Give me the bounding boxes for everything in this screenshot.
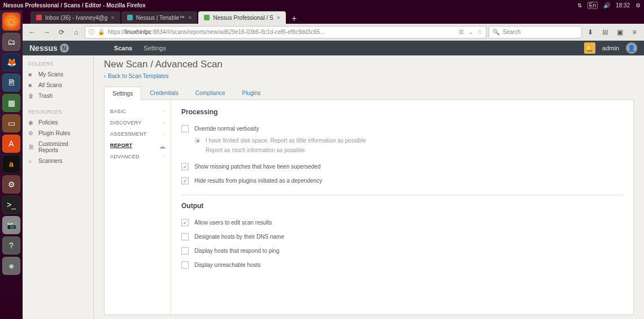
browser-tab[interactable]: Inbox (36) - Ivanney4@g × (31, 11, 120, 24)
browser-tab[interactable]: Nessus | Tenable™ × (121, 11, 198, 24)
checkbox[interactable] (181, 163, 189, 170)
snav-label: BASIC (110, 109, 127, 114)
home-button[interactable]: ⌂ (70, 26, 82, 38)
help-icon[interactable]: ? (2, 236, 20, 255)
checkbox[interactable] (181, 219, 189, 226)
volume-icon[interactable]: 🔊 (603, 2, 610, 8)
firefox-icon[interactable]: 🦊 (2, 53, 20, 71)
scan-config-tabs: Settings Credentials Compliance Plugins (104, 86, 634, 100)
app-icon[interactable]: ⎈ (2, 257, 20, 275)
nav-scans[interactable]: Scans (114, 45, 132, 51)
chevron-right-icon: › (163, 131, 165, 137)
option-display-ping[interactable]: Display hosts that respond to ping (181, 244, 623, 258)
sidebar-item-label: Customized Reports (38, 141, 88, 153)
settings-nav-assessment[interactable]: ASSESSMENT› (105, 128, 171, 140)
sidebar-item-customized-reports[interactable]: 🖹Customized Reports (23, 139, 93, 156)
checkbox[interactable] (181, 247, 189, 255)
settings-nav-basic[interactable]: BASIC› (105, 106, 171, 117)
impress-icon[interactable]: ▭ (2, 114, 20, 132)
browser-tab-active[interactable]: Nessus Professional / S × (198, 11, 286, 24)
sidebar-item-plugin-rules[interactable]: ⚙Plugin Rules (23, 128, 93, 139)
settings-nav-discovery[interactable]: DISCOVERY› (105, 117, 171, 128)
settings-nav-advanced[interactable]: ADVANCED› (105, 151, 171, 162)
checkbox[interactable] (181, 177, 189, 184)
settings-panel: BASIC› DISCOVERY› ASSESSMENT› REPORT⌄ AD… (104, 100, 634, 315)
back-button[interactable]: ← (26, 26, 38, 38)
option-hide-dependency[interactable]: Hide results from plugins initiated as a… (181, 174, 623, 188)
downloads-button[interactable]: ⬇ (584, 26, 597, 38)
snav-label: DISCOVERY (110, 120, 142, 126)
reader-icon[interactable]: ☰ (459, 29, 464, 35)
sidebar-item-label: My Scans (38, 71, 63, 77)
top-nav: Scans Settings (114, 45, 166, 51)
option-allow-edit[interactable]: Allow users to edit scan results (181, 215, 623, 230)
page-title: New Scan / Advanced Scan (104, 59, 634, 70)
option-show-superseded[interactable]: Show missing patches that have been supe… (181, 160, 623, 174)
reload-button[interactable]: ⟳ (55, 26, 68, 38)
tab-settings[interactable]: Settings (104, 87, 141, 100)
policy-icon: ◉ (28, 119, 34, 126)
folder-icon: ■ (28, 71, 34, 77)
checkbox[interactable] (181, 233, 189, 240)
radio-icon[interactable] (195, 138, 200, 143)
screenshot-icon[interactable]: 📷 (2, 216, 20, 234)
sidebar-item-label: Trash (38, 93, 53, 99)
favicon-nessus-icon (204, 15, 210, 20)
option-display-unreachable[interactable]: Display unreachable hosts (181, 258, 623, 272)
search-bar[interactable]: 🔍 Search (489, 26, 582, 38)
sidebar-item-trash[interactable]: 🗑Trash (23, 90, 93, 101)
keyboard-lang-indicator[interactable]: En (588, 2, 598, 9)
sidebar-item-all-scans[interactable]: ■All Scans (23, 80, 93, 90)
software-center-icon[interactable]: A (2, 135, 20, 153)
bookmark-star-icon[interactable]: ☆ (477, 29, 482, 35)
settings-icon[interactable]: ⚙ (2, 175, 20, 193)
tab-plugins[interactable]: Plugins (234, 86, 269, 100)
option-designate-dns[interactable]: Designate hosts by their DNS name (181, 230, 623, 244)
session-gear-icon[interactable]: ⚙ (636, 2, 641, 8)
sidebar-item-my-scans[interactable]: ■My Scans (23, 69, 93, 80)
chevron-right-icon: › (163, 120, 165, 126)
checkbox[interactable] (181, 125, 189, 132)
close-icon[interactable]: × (111, 14, 114, 21)
sidebar-button[interactable]: ▣ (613, 26, 626, 38)
settings-side-nav: BASIC› DISCOVERY› ASSESSMENT› REPORT⌄ AD… (105, 100, 171, 314)
pocket-icon[interactable]: ⌄ (468, 29, 473, 35)
ubuntu-dash-icon[interactable]: ◌ (2, 12, 20, 31)
tab-compliance[interactable]: Compliance (187, 86, 234, 100)
library-button[interactable]: 𝍐 (599, 26, 611, 38)
sidebar-item-scanners[interactable]: ⌕Scanners (23, 156, 93, 166)
notifications-icon[interactable]: 🔔 (584, 42, 595, 54)
option-override-verbosity[interactable]: Override normal verbosity (181, 122, 623, 136)
sidebar-section-folders: FOLDERS (23, 59, 93, 69)
settings-content: Processing Override normal verbosity I h… (171, 100, 633, 314)
calc-icon[interactable]: ▦ (2, 94, 20, 112)
new-tab-button[interactable]: + (287, 14, 301, 24)
clock[interactable]: 18:32 (616, 2, 630, 8)
info-icon[interactable]: ⓘ (89, 28, 94, 36)
network-icon[interactable]: ⇅ (577, 2, 582, 8)
user-avatar-icon[interactable]: 👤 (626, 42, 637, 54)
menu-button[interactable]: ≡ (628, 26, 641, 38)
writer-icon[interactable]: 🖹 (2, 74, 20, 92)
radio-limited-disk[interactable]: I have limited disk space. Report as lit… (195, 136, 623, 145)
back-to-templates-link[interactable]: ‹ Back to Scan Templates (104, 73, 168, 79)
url-bar[interactable]: ⓘ 🔒 https://linuxhintpc:8834/#/scans/rep… (85, 26, 486, 38)
sidebar-item-policies[interactable]: ◉Policies (23, 117, 93, 128)
checkbox[interactable] (181, 261, 189, 269)
nav-settings[interactable]: Settings (143, 45, 166, 51)
forward-button[interactable]: → (41, 26, 53, 38)
tab-label: Nessus Professional / S (213, 15, 273, 21)
close-icon[interactable]: × (188, 14, 192, 21)
user-name[interactable]: admin (602, 45, 619, 51)
settings-nav-report[interactable]: REPORT⌄ (105, 140, 171, 151)
window-title: Nessus Professional / Scans / Editor - M… (3, 2, 577, 8)
amazon-icon[interactable]: a (2, 155, 20, 173)
files-icon[interactable]: 🗂 (2, 33, 20, 51)
nessus-logo[interactable]: Nessus N (29, 44, 69, 53)
option-label: Override normal verbosity (194, 126, 259, 132)
radio-report-much[interactable]: Report as much information as possible (195, 145, 623, 155)
tab-credentials[interactable]: Credentials (141, 86, 187, 100)
close-icon[interactable]: × (277, 14, 280, 21)
option-label: Display unreachable hosts (194, 262, 260, 268)
terminal-icon[interactable]: >_ (2, 196, 20, 214)
